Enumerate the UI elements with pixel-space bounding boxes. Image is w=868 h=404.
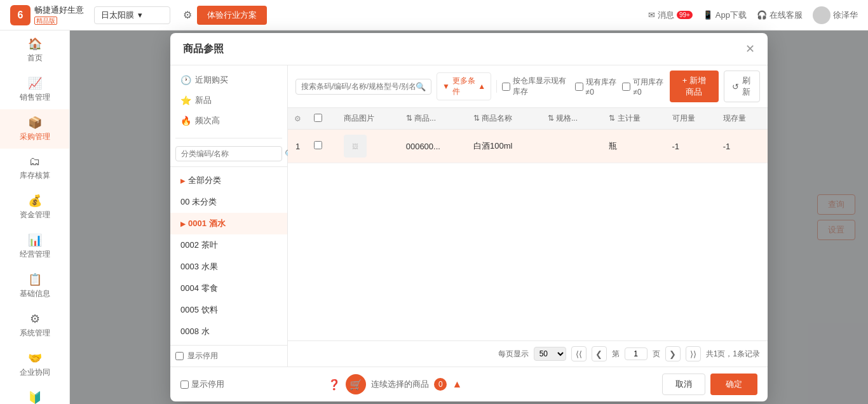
finance-icon: 💰: [28, 194, 42, 208]
table-row[interactable]: 1 🖼 000600...: [288, 130, 768, 163]
modal-title: 商品参照: [183, 43, 224, 56]
tab-recent-purchase[interactable]: 🕐 近期购买: [173, 71, 285, 90]
filter-up-icon: ▲: [478, 82, 485, 91]
cell-name: 白酒100ml: [467, 130, 541, 163]
sort-icon-unit: ⇅: [609, 114, 615, 123]
sidebar-item-guide[interactable]: 🔰 新手引导: [0, 384, 69, 404]
confirm-button[interactable]: 确定: [710, 374, 757, 395]
filter-divider: [496, 80, 497, 93]
available-stock-checkbox[interactable]: [622, 83, 630, 91]
service-item[interactable]: 🎧 在线客服: [757, 10, 803, 21]
guide-icon: 🔰: [28, 391, 42, 404]
sidebar-item-finance[interactable]: 💰 资金管理: [0, 187, 69, 227]
filter-icon: ▼: [442, 82, 450, 91]
product-search-icon[interactable]: 🔍: [416, 82, 426, 91]
tab-high-frequency[interactable]: 🔥 频次高: [173, 111, 285, 130]
pagination: 每页显示 50 20 100 ⟨⟨ ❮ 第 页: [288, 340, 768, 367]
sidebar-item-home[interactable]: 🏠 首页: [0, 30, 69, 70]
selected-count-badge: 0: [434, 378, 447, 391]
cat-liquor[interactable]: ▶ 0001 酒水: [170, 213, 287, 234]
show-disabled-footer-checkbox[interactable]: [180, 380, 189, 389]
modal-header: 商品参照 ✕: [170, 33, 768, 65]
next-page-button[interactable]: ❯: [665, 346, 681, 361]
th-spec[interactable]: ⇅ 规格...: [541, 108, 603, 130]
cat-tea[interactable]: 0002 茶叶: [170, 234, 287, 256]
user-item[interactable]: 徐泽华: [813, 6, 858, 24]
per-page-select[interactable]: 50 20 100: [534, 347, 566, 361]
table-gear-icon[interactable]: ⚙: [294, 114, 301, 123]
active-expand-icon: ▶: [180, 220, 186, 227]
prev-page-button[interactable]: ❮: [592, 346, 607, 361]
chevron-down-icon: ▾: [138, 10, 142, 20]
add-product-button[interactable]: + 新增商品: [670, 71, 718, 102]
headset-icon: 🎧: [757, 10, 767, 20]
filter-available-stock[interactable]: 可用库存≠0: [622, 77, 665, 97]
cat-uncategorized[interactable]: 00 未分类: [170, 191, 287, 213]
refresh-button[interactable]: ↺ 刷新: [724, 71, 760, 102]
footer-right: 取消 确定: [662, 374, 757, 395]
cat-fruit[interactable]: 0003 水果: [170, 256, 287, 278]
gear-icon[interactable]: ⚙: [183, 9, 192, 21]
th-stock[interactable]: 现存量: [717, 108, 768, 130]
new-icon: ⭐: [180, 95, 191, 105]
sidebar-item-enterprise[interactable]: 🤝 企业协同: [0, 345, 69, 384]
category-search-input[interactable]: [175, 146, 282, 161]
close-icon[interactable]: ✕: [745, 42, 755, 56]
sidebar-item-purchase[interactable]: 📦 采购管理: [0, 109, 69, 149]
cancel-button[interactable]: 取消: [662, 374, 705, 395]
sidebar-item-sales[interactable]: 📈 销售管理: [0, 70, 69, 109]
trial-button[interactable]: 体验行业方案: [197, 6, 267, 25]
page-number-input[interactable]: [625, 347, 648, 360]
th-image[interactable]: 商品图片: [337, 108, 399, 130]
product-table: ⚙ 商品图片: [288, 108, 768, 367]
footer-center: ❓ 🛒 连续选择的商品 0 ▲: [328, 374, 462, 394]
cat-water[interactable]: 0008 水: [170, 321, 287, 342]
category-divider: [175, 138, 282, 138]
message-badge: 99+: [677, 11, 693, 19]
show-disabled-footer[interactable]: 显示停用: [180, 379, 224, 390]
cat-snacks[interactable]: 0004 零食: [170, 278, 287, 299]
category-tabs: 🕐 近期购买 ⭐ 新品 🔥 频次高: [170, 65, 287, 135]
row-checkbox[interactable]: [314, 141, 322, 149]
select-all-checkbox[interactable]: [314, 114, 322, 122]
sidebar-item-basic-info[interactable]: 📋 基础信息: [0, 266, 69, 306]
operation-icon: 📊: [28, 233, 42, 247]
cell-checkbox: [308, 130, 337, 163]
last-page-button[interactable]: ⟩⟩: [686, 346, 701, 361]
cell-code: 000600...: [400, 130, 467, 163]
cell-image: 🖼: [337, 130, 399, 163]
cat-all[interactable]: ▶ 全部分类: [170, 170, 287, 191]
th-unit[interactable]: ⇅ 主计量: [602, 108, 665, 130]
first-page-button[interactable]: ⟨⟨: [571, 346, 587, 361]
top-nav: 6 畅捷通好生意 精品版 日太阳膜 ▾ ⚙ 体验行业方案 ✉ 消息 99+ 📱 …: [0, 0, 868, 30]
cat-beverage[interactable]: 0005 饮料: [170, 299, 287, 321]
modal-overlay: 商品参照 ✕ 🕐 近期购买 ⭐ 新: [70, 30, 868, 404]
help-icon[interactable]: ❓: [328, 379, 341, 391]
th-available[interactable]: 可用量: [666, 108, 717, 130]
tab-new-products[interactable]: ⭐ 新品: [173, 91, 285, 110]
warehouse-checkbox[interactable]: [502, 83, 510, 91]
fire-icon: 🔥: [180, 116, 191, 126]
sidebar-item-operation[interactable]: 📊 经营管理: [0, 227, 69, 266]
collapse-icon[interactable]: ▲: [452, 379, 462, 390]
message-nav-item[interactable]: ✉ 消息 99+: [648, 10, 693, 21]
product-thumbnail: 🖼: [344, 135, 367, 158]
th-name[interactable]: ⇅ 商品名称: [467, 108, 541, 130]
logo-area: 6 畅捷通好生意 精品版: [10, 5, 84, 25]
footer-left: 显示停用: [180, 379, 224, 390]
show-disabled-checkbox[interactable]: [175, 352, 184, 360]
category-search: 🔍: [170, 141, 287, 167]
filter-button[interactable]: ▼ 更多条件 ▲: [437, 72, 491, 100]
app-download-item[interactable]: 📱 App下载: [703, 10, 747, 21]
cell-spec: [541, 130, 603, 163]
purchase-icon: 📦: [28, 116, 42, 130]
sidebar-item-system[interactable]: ⚙ 系统管理: [0, 306, 69, 345]
existing-stock-checkbox[interactable]: [575, 83, 583, 91]
filter-by-warehouse[interactable]: 按仓库显示现有库存: [502, 76, 570, 97]
show-disabled-area: 显示停用: [170, 345, 287, 367]
product-search-input[interactable]: [301, 82, 416, 91]
sidebar-item-inventory[interactable]: 🗂 库存核算: [0, 149, 69, 187]
filter-existing-stock[interactable]: 现有库存≠0: [575, 77, 618, 97]
th-code[interactable]: ⇅ 商品...: [400, 108, 467, 130]
nav-selector[interactable]: 日太阳膜 ▾: [94, 6, 170, 24]
